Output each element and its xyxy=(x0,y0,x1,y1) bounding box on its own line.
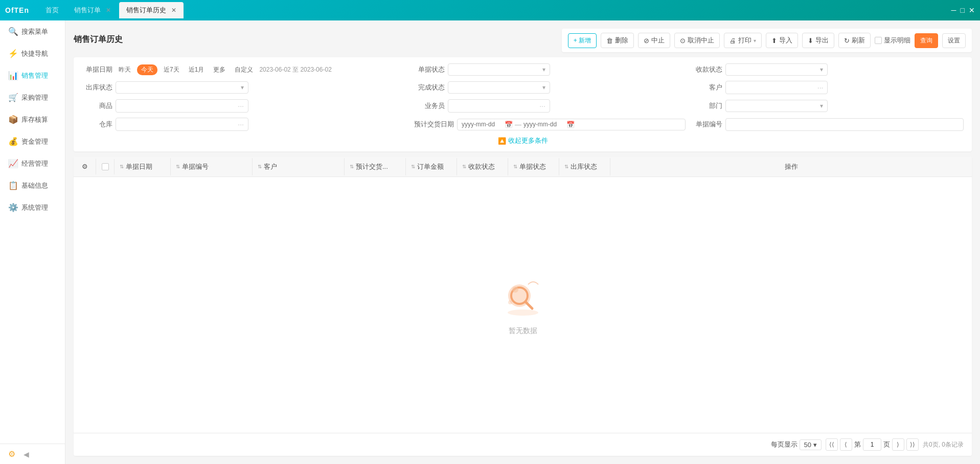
svg-point-0 xyxy=(508,310,538,316)
warehouse-dots[interactable]: ··· xyxy=(238,120,244,128)
export-label: 导出 xyxy=(815,36,829,45)
refresh-button[interactable]: ↻ 刷新 xyxy=(838,33,871,48)
three-days-btn[interactable]: 今天 xyxy=(137,64,157,75)
first-page-button[interactable]: ⟨⟨ xyxy=(826,438,838,451)
sort-docstatus-icon: ⇅ xyxy=(513,164,517,169)
delivery-date-end-cal-icon[interactable]: 📅 xyxy=(566,121,575,128)
salesperson-dots[interactable]: ··· xyxy=(539,102,545,110)
col-delivery[interactable]: ⇅ 预计交货... xyxy=(345,158,406,175)
col-amount[interactable]: ⇅ 订单金额 xyxy=(406,158,457,175)
delivery-date-range: 📅 — 📅 xyxy=(457,119,686,130)
basic-info-icon: 📋 xyxy=(8,181,17,190)
per-page-selector[interactable]: 50 ▾ xyxy=(800,439,822,450)
export-button[interactable]: ⬇ 导出 xyxy=(802,33,834,48)
sidebar-item-purchase[interactable]: 🛒 采购管理 xyxy=(0,86,65,108)
doc-no-label: 单据编号 xyxy=(692,120,722,129)
minimize-button[interactable]: ─ xyxy=(951,6,956,14)
customer-dots[interactable]: ··· xyxy=(817,83,824,92)
customer-select[interactable]: ··· xyxy=(725,81,828,94)
yesterday-btn[interactable]: 昨天 xyxy=(116,64,134,75)
close-button[interactable]: ✕ xyxy=(969,6,975,14)
collapse-button[interactable]: 🔼 收起更多条件 xyxy=(82,136,964,145)
col-docnum-label: 单据编号 xyxy=(182,162,209,171)
delete-label: 删除 xyxy=(615,36,628,45)
page-suffix: 页 xyxy=(883,440,890,449)
sidebar-settings-icon[interactable]: ⚙ xyxy=(8,449,15,459)
goods-select[interactable]: ··· xyxy=(116,99,248,113)
cancel-stop-button[interactable]: ⊙ 取消中止 xyxy=(674,33,720,48)
thirty-days-btn[interactable]: 近1月 xyxy=(186,64,208,75)
maximize-button[interactable]: □ xyxy=(961,6,965,14)
add-button[interactable]: + 新增 xyxy=(568,33,597,48)
last-page-button[interactable]: ⟩⟩ xyxy=(906,438,919,451)
settings-button[interactable]: 设置 xyxy=(942,33,966,48)
sidebar-item-system[interactable]: ⚙️ 系统管理 xyxy=(0,196,65,218)
delivery-date-start-input[interactable] xyxy=(462,121,503,128)
sort-outstatus-icon: ⇅ xyxy=(564,164,568,169)
sidebar-item-inventory[interactable]: 📦 库存核算 xyxy=(0,108,65,130)
sidebar-item-operations[interactable]: 📈 经营管理 xyxy=(0,152,65,174)
receipt-status-select[interactable]: ▾ xyxy=(725,63,828,76)
col-doc-status[interactable]: ⇅ 单据状态 xyxy=(508,158,559,175)
display-cols-checkbox[interactable] xyxy=(875,37,882,44)
col-settings[interactable]: ⚙ xyxy=(74,159,96,174)
sidebar-item-finance[interactable]: 💰 资金管理 xyxy=(0,130,65,152)
col-action-label: 操作 xyxy=(785,162,798,171)
sort-receipt-icon: ⇅ xyxy=(462,164,466,169)
sidebar-item-search[interactable]: 🔍 搜索菜单 xyxy=(0,20,65,42)
sidebar-item-finance-label: 资金管理 xyxy=(21,137,48,146)
goods-dots[interactable]: ··· xyxy=(238,102,244,110)
quicknav-icon: ⚡ xyxy=(8,49,17,58)
prev-page-button[interactable]: ⟨ xyxy=(840,438,852,451)
col-date[interactable]: ⇅ 单据日期 xyxy=(115,158,171,175)
current-page-input[interactable]: 1 xyxy=(863,438,881,451)
sidebar-collapse-icon[interactable]: ◀ xyxy=(24,450,29,458)
next-page-button[interactable]: ⟩ xyxy=(892,438,904,451)
sidebar-item-quicknav[interactable]: ⚡ 快捷导航 xyxy=(0,42,65,64)
query-button[interactable]: 查询 xyxy=(915,33,938,48)
collapse-label: 收起更多条件 xyxy=(508,136,548,145)
page-navigation: ⟨⟨ ⟨ 第 1 页 ⟩ ⟩⟩ xyxy=(826,438,919,451)
print-button[interactable]: 🖨 打印 ▾ xyxy=(724,33,762,48)
sort-amount-icon: ⇅ xyxy=(411,164,415,169)
sidebar-item-sales[interactable]: 📊 销售管理 xyxy=(0,64,65,86)
filter-row-1: 单据日期 昨天 今天 近7天 近1月 更多 自定义 2023-06-02 至 2… xyxy=(82,63,964,76)
more-btn[interactable]: 更多 xyxy=(210,64,229,75)
delivery-date-start-cal-icon[interactable]: 📅 xyxy=(505,121,513,128)
seven-days-btn[interactable]: 近7天 xyxy=(161,64,183,75)
col-docnum[interactable]: ⇅ 单据编号 xyxy=(171,158,253,175)
tab-sales-order-close[interactable]: ✕ xyxy=(106,7,111,14)
finance-icon: 💰 xyxy=(8,137,17,146)
col-receipt-status[interactable]: ⇅ 收款状态 xyxy=(457,158,508,175)
doc-date-label: 单据日期 xyxy=(82,65,112,74)
department-select[interactable]: ▾ xyxy=(725,100,828,112)
delete-button[interactable]: 🗑 删除 xyxy=(601,33,634,48)
custom-btn[interactable]: 自定义 xyxy=(232,64,256,75)
col-customer[interactable]: ⇅ 客户 xyxy=(253,158,345,175)
complete-status-select[interactable]: ▾ xyxy=(448,81,550,94)
col-doc-status-label: 单据状态 xyxy=(519,162,546,171)
window-controls: ─ □ ✕ xyxy=(951,6,975,14)
tab-sales-history-close[interactable]: ✕ xyxy=(171,7,176,14)
stop-icon: ⊘ xyxy=(644,37,649,45)
doc-status-select[interactable]: ▾ xyxy=(448,63,550,76)
sidebar-item-basic-info[interactable]: 📋 基础信息 xyxy=(0,174,65,196)
col-checkbox xyxy=(96,159,115,174)
tab-sales-order[interactable]: 销售订单 ✕ xyxy=(67,2,118,18)
salesperson-select[interactable]: ··· xyxy=(448,99,550,113)
topbar: OfTEn 首页 销售订单 ✕ 销售订单历史 ✕ ─ □ ✕ xyxy=(0,0,980,20)
display-cols-wrapper: 显示明细 xyxy=(875,36,910,45)
select-all-checkbox[interactable] xyxy=(102,163,109,170)
customer-label: 客户 xyxy=(692,83,722,92)
doc-no-input[interactable] xyxy=(725,118,964,131)
tab-sales-history[interactable]: 销售订单历史 ✕ xyxy=(119,2,184,18)
import-button[interactable]: ⬆ 导入 xyxy=(766,33,798,48)
tab-home[interactable]: 首页 xyxy=(38,2,66,18)
sidebar-item-sales-label: 销售管理 xyxy=(21,71,48,80)
stop-button[interactable]: ⊘ 中止 xyxy=(638,33,670,48)
warehouse-select[interactable]: ··· xyxy=(116,118,248,131)
delivery-date-end-input[interactable] xyxy=(523,121,564,128)
svg-line-3 xyxy=(526,302,532,308)
out-status-select[interactable]: ▾ xyxy=(116,81,248,94)
col-out-status[interactable]: ⇅ 出库状态 xyxy=(559,158,610,175)
